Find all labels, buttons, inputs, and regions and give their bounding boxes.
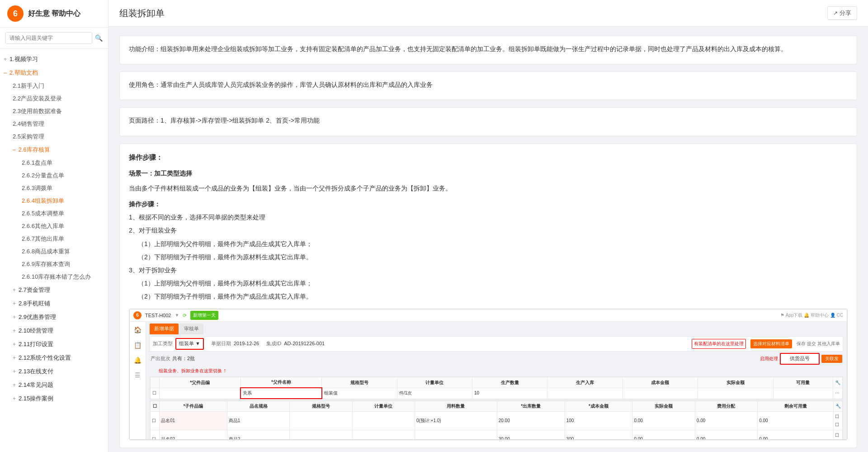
sidebar-item-2.6.6[interactable]: 2.6.6其他入库单: [18, 220, 108, 233]
mock-btd-unit2: [352, 430, 415, 440]
mock-btd-op1: ☐ ☐: [834, 412, 843, 430]
sidebar-item-label: 2.7资金管理: [19, 286, 50, 294]
sidebar-item-2.9[interactable]: + 2.9优惠券管理: [9, 310, 108, 324]
sidebar-item-label: 2.11打印设置: [19, 340, 53, 348]
sidebar-item-2.7[interactable]: + 2.7资金管理: [9, 283, 108, 297]
feature-text: 功能介绍：组装拆卸单用来处理企业组装或拆卸等加工业务，支持有固定装配清单的产品加…: [129, 43, 848, 55]
sidebar-sub-2.6: 2.6.1盘点单 2.6.2分量盘点单 2.6.3调拨单 2.6.4组装拆卸单 …: [9, 157, 108, 283]
sidebar-item-label: 2.6库存核算: [19, 146, 50, 154]
sidebar-item-2.14[interactable]: + 2.14常见问题: [9, 378, 108, 392]
step2: 2、对于组装业务: [129, 225, 848, 236]
sidebar-item-2.10[interactable]: + 2.10经营管理: [9, 324, 108, 338]
search-input[interactable]: [5, 32, 92, 44]
sidebar-item-2.6.2[interactable]: 2.6.2分量盘点单: [18, 169, 108, 182]
page-title: 组装拆卸单: [119, 7, 165, 19]
mock-summary-val1: 共有：2批: [172, 354, 195, 363]
mock-btd-cost1: 100: [565, 412, 632, 430]
sidebar-sub-docs: 2.1新手入门 2.2产品安装及登录 2.3使用前数据准备 2.4销售管理 2.…: [0, 80, 108, 405]
steps-sub-title: 操作步骤：: [129, 199, 848, 210]
path-text: 页面路径：1、库存核算->库存管理->组装拆卸单 2、首页->常用功能: [129, 115, 848, 126]
sidebar-item-2.13[interactable]: + 2.13在线支付: [9, 365, 108, 378]
sidebar-item-video[interactable]: + 1.视频学习: [0, 52, 108, 66]
sidebar-item-2.1[interactable]: 2.1新手入门: [9, 80, 108, 92]
expand-icon-2.12: +: [13, 355, 16, 361]
sidebar-item-2.6.1[interactable]: 2.6.1盘点单: [18, 157, 108, 169]
app-title: 好生意 帮助中心: [28, 9, 80, 19]
sidebar-item-2.6.9[interactable]: 2.6.9库存账本查询: [18, 258, 108, 271]
sidebar-item-2.4[interactable]: 2.4销售管理: [9, 118, 108, 130]
sidebar-item-2.3[interactable]: 2.3使用前数据准备: [9, 105, 108, 118]
screenshot-area: 6 TEST-H002 ▼ ⟳ 新增第一天 ⚑ App下载 🔔 帮助中心 👤 C…: [129, 309, 848, 440]
mock-select-btn[interactable]: 选择对应材料清单: [750, 339, 792, 348]
sidebar-item-2.2[interactable]: 2.2产品安装及登录: [9, 92, 108, 105]
sidebar-item-2.8[interactable]: + 2.8手机旺铺: [9, 297, 108, 310]
mock-bottom-table: ☐ *子件品编 品名规格 规格型号 计量单位 用料数量 *出库数量 *成本金额: [150, 401, 843, 439]
annotation2-text: 组装业务、拆卸业务在这里切换: [159, 368, 222, 373]
mock-td-name: 关系: [241, 388, 322, 399]
mock-td-costamt: [623, 388, 698, 399]
mock-btd-cost2: 300: [565, 430, 632, 440]
mock-td-op: ⋯: [833, 388, 843, 399]
expand-icon: +: [4, 56, 7, 62]
mock-th-spec: 规格型号: [322, 377, 397, 388]
mock-bth-alloc: 费用分配: [695, 401, 757, 412]
mock-tab-new[interactable]: 新增单据: [150, 324, 179, 334]
annotation2-arrow: ↑: [223, 367, 226, 374]
mock-bth-outqty: *出库数量: [497, 401, 565, 412]
sidebar-item-2.6.10[interactable]: 2.6.10库存账本错了怎么办: [18, 271, 108, 283]
mock-supply-input[interactable]: 供货品号: [780, 353, 820, 365]
sidebar-item-2.6.5[interactable]: 2.6.5成本调整单: [18, 207, 108, 220]
mock-ok-btn[interactable]: 关联发: [821, 355, 842, 363]
mock-btd-name2: 商品2: [227, 430, 289, 440]
step1: 1、根据不同的业务，选择不同单据的类型来处理: [129, 212, 848, 223]
step2-2: （2）下部明细为子件明细，最终作为原材料生成其它出库单。: [138, 252, 848, 263]
mock-bth-name: 品名规格: [227, 401, 289, 412]
mock-brow-2: ☐ 品名02 商品2 30.00 300: [151, 430, 843, 440]
sidebar-item-label: 2.15操作案例: [19, 395, 53, 403]
sidebar-item-docs[interactable]: – 2.帮助文档: [0, 66, 108, 80]
sidebar-item-2.6.3[interactable]: 2.6.3调拨单: [18, 182, 108, 195]
share-button[interactable]: ↗ 分享: [827, 6, 857, 20]
mock-th-checkbox: [151, 377, 160, 388]
sidebar-item-2.11[interactable]: + 2.11打印设置: [9, 338, 108, 351]
annotation2-area: 组装业务、拆卸业务在这里切换 ↑: [150, 366, 843, 376]
mock-form-header: 加工类型 组装单 ▼ 单据日期 2019-12-26 集成ID AD-20191…: [150, 336, 843, 352]
sidebar-item-2.6.4[interactable]: 2.6.4组装拆卸单: [18, 195, 108, 207]
sidebar-item-label: 2.14常见问题: [19, 381, 53, 389]
search-icon[interactable]: 🔍: [95, 34, 103, 42]
mock-td-instock: [547, 388, 623, 399]
mock-td-code: [160, 388, 241, 399]
sidebar-item-2.6.8[interactable]: 2.6.8商品成本重算: [18, 245, 108, 258]
mock-brow-1: ☐ 品名01 商品1 0(预计:+1.0) 20.00 100: [151, 412, 843, 430]
mock-type-value[interactable]: 组装单 ▼: [175, 338, 204, 350]
mock-bth-op: 🔧: [834, 401, 843, 412]
mock-btd-avail2: 0.00: [758, 430, 834, 440]
mock-summary-label1: 产出批次: [151, 354, 170, 363]
step3-2: （2）下部明细为子件明细，最终作为产成品生成其它入库单。: [138, 291, 848, 302]
sidebar-header: 6 好生意 帮助中心: [0, 0, 108, 28]
mock-nav-icon-home: 🏠: [134, 324, 142, 336]
expand-icon-2.8: +: [13, 300, 16, 307]
sidebar-item-label: 2.帮助文档: [9, 69, 38, 77]
main-area: 组装拆卸单 ↗ 分享 功能介绍：组装拆卸单用来处理企业组装或拆卸等加工业务，支持…: [108, 0, 868, 452]
sidebar-item-label: 2.10经营管理: [19, 327, 53, 335]
sidebar-item-2.15[interactable]: + 2.15操作案例: [9, 392, 108, 405]
sidebar-item-2.12[interactable]: + 2.12系统个性化设置: [9, 351, 108, 365]
mock-nav-icon-list: ☰: [135, 370, 141, 381]
mock-icons-right: ⚑ App下载 🔔 帮助中心 👤 CC: [780, 311, 843, 319]
mock-th-ops: 🔧: [833, 377, 843, 388]
mock-td-avail: [773, 388, 833, 399]
expand-icon-2.10: +: [13, 328, 16, 334]
mock-orderid-value: AD-20191226-001: [284, 339, 325, 348]
mock-btd-check2: ☐: [151, 430, 160, 440]
step3-1: （1）上部明细为父件明细，最终作为原材料生成其它出库单；: [138, 278, 848, 289]
mock-btd-alloc2: 0.00: [695, 430, 757, 440]
mock-top-table-wrapper: *父件品编 *父件名称 规格型号 计量单位 生产数量 生产入库 成本金额 实际金…: [150, 376, 843, 400]
sidebar-item-2.6.7[interactable]: 2.6.7其他出库单: [18, 233, 108, 245]
mock-btd-out1: 20.00: [497, 412, 565, 430]
mock-logo: 6: [133, 311, 142, 319]
sidebar-item-2.6[interactable]: – 2.6库存核算: [9, 143, 108, 157]
expand-icon-2.11: +: [13, 341, 16, 347]
mock-tab-audit[interactable]: 审核单: [179, 324, 203, 334]
sidebar-item-2.5[interactable]: 2.5采购管理: [9, 130, 108, 143]
